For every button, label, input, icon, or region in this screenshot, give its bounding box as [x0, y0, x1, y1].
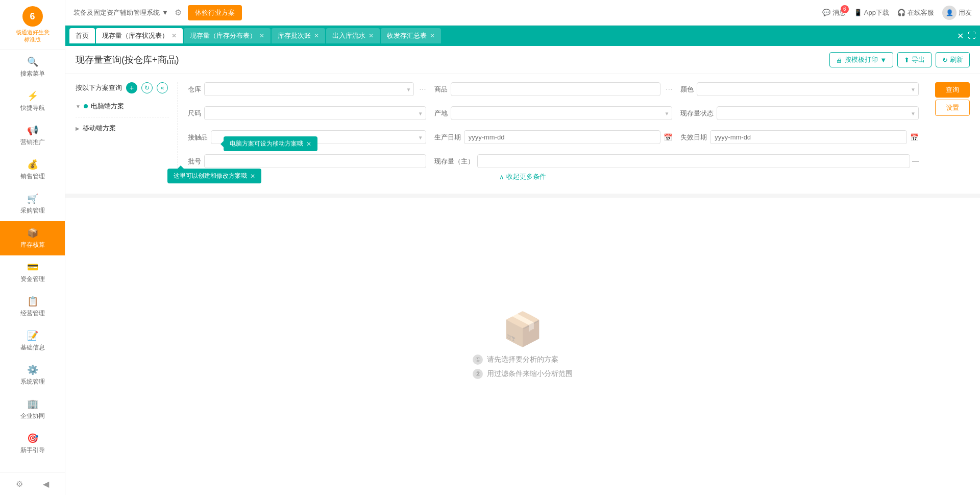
- chevron-right-icon: ▶: [76, 126, 80, 131]
- produce-date-label: 生产日期: [434, 133, 461, 142]
- warehouse-select[interactable]: [204, 82, 414, 96]
- close-all-tabs-btn[interactable]: ✕: [957, 31, 964, 41]
- refresh-btn[interactable]: ↻ 刷新: [936, 52, 970, 67]
- chevron-up-icon: ∧: [499, 173, 504, 181]
- tab-close-icon[interactable]: ✕: [259, 32, 264, 39]
- sidebar-item-basic[interactable]: 📝 基础信息: [0, 324, 65, 358]
- color-select[interactable]: [697, 82, 919, 96]
- chevron-down-icon: ▼: [880, 56, 887, 64]
- arrow-scheme-btn[interactable]: «: [157, 82, 168, 93]
- empty-state: 📦 ① 请先选择要分析的方案 ② 用过滤条件来缩小分析范围: [65, 198, 980, 495]
- inv-status-input-wrap: ▼: [717, 106, 919, 120]
- produce-date-input[interactable]: [464, 130, 661, 144]
- sidebar-item-guide[interactable]: 🎯 新手引导: [0, 427, 65, 461]
- message-action[interactable]: 💬 消息 6: [822, 8, 846, 17]
- sidebar-item-search[interactable]: 🔍 搜索菜单: [0, 50, 65, 84]
- sidebar-item-system[interactable]: ⚙️ 系统管理: [0, 358, 65, 392]
- tab-inout-flow[interactable]: 出入库流水 ✕: [326, 28, 380, 43]
- refresh-scheme-btn[interactable]: ↻: [141, 82, 153, 93]
- tooltip-pc-close[interactable]: ✕: [306, 140, 311, 148]
- filter-row-1: 仓库 ▼ ··· 商品: [188, 82, 970, 168]
- logo-text: 畅通道好生意 标准版: [16, 29, 50, 43]
- purchase-icon: 🛒: [27, 193, 38, 204]
- tab-close-icon[interactable]: ✕: [430, 32, 435, 39]
- settings-bottom-btn[interactable]: ⚙: [16, 479, 23, 489]
- sidebar-item-quicknav[interactable]: ⚡ 快捷导航: [0, 84, 65, 119]
- scheme-item-pc[interactable]: ▼ 电脑端方案: [76, 100, 169, 113]
- quicknav-icon: ⚡: [27, 90, 38, 102]
- add-scheme-btn[interactable]: +: [126, 82, 137, 93]
- inventory-min-input[interactable]: [477, 154, 910, 168]
- tab-inout-flow-label: 出入库流水: [332, 31, 365, 40]
- goods-input-wrap: [451, 82, 660, 96]
- size-select[interactable]: [204, 106, 426, 120]
- color-label: 颜色: [680, 85, 694, 94]
- template-print-btn[interactable]: 🖨 按模板打印 ▼: [829, 52, 893, 67]
- hint-num-1: ①: [473, 355, 483, 365]
- goods-input[interactable]: [451, 82, 660, 96]
- contact-label: 接触品: [188, 133, 208, 142]
- origin-select[interactable]: [451, 106, 673, 120]
- scheme-item-mobile[interactable]: ▶ 移动端方案: [76, 122, 169, 135]
- trial-button[interactable]: 体验行业方案: [188, 5, 242, 20]
- tab-inventory-dist-label: 现存量（库存分布表）: [190, 31, 256, 40]
- app-label: App下载: [864, 8, 889, 17]
- warehouse-dots[interactable]: ···: [419, 85, 426, 94]
- collapse-label: 收起更多条件: [506, 172, 546, 181]
- sidebar-bottom: ⚙ ◀: [0, 473, 65, 495]
- sidebar-item-inventory[interactable]: 📦 库存核算: [0, 221, 65, 255]
- tab-inventory-dist[interactable]: 现存量（库存分布表） ✕: [184, 28, 271, 43]
- collapse-sidebar-btn[interactable]: ◀: [43, 479, 49, 489]
- origin-filter: 产地 ▼: [434, 106, 673, 120]
- sidebar-item-label: 企业协同: [20, 412, 45, 420]
- batch-no-label: 批号: [188, 157, 201, 166]
- tab-inventory-status[interactable]: 现存量（库存状况表） ✕: [96, 28, 183, 43]
- chevron-down-icon: ▼: [418, 134, 423, 140]
- sidebar-item-operations[interactable]: 📋 经营管理: [0, 290, 65, 324]
- inv-status-select[interactable]: [717, 106, 919, 120]
- search-button[interactable]: 查询: [935, 82, 970, 98]
- system-selector[interactable]: 装备及固定资产辅助管理系统 ▼: [74, 8, 168, 17]
- sidebar-item-finance[interactable]: 💳 资金管理: [0, 255, 65, 290]
- sidebar-item-sales[interactable]: 💰 销售管理: [0, 153, 65, 187]
- headset-icon: 🎧: [897, 9, 905, 16]
- goods-dots[interactable]: ···: [666, 85, 672, 94]
- expire-date-label: 失效日期: [680, 133, 707, 142]
- chevron-down-icon: ▼: [911, 86, 916, 92]
- tab-batch-ledger[interactable]: 库存批次账 ✕: [272, 28, 325, 43]
- sidebar-item-label: 经营管理: [20, 309, 45, 318]
- batch-no-input[interactable]: [204, 154, 426, 168]
- calendar-icon[interactable]: 📅: [910, 133, 919, 142]
- empty-hint-1: ① 请先选择要分析的方案: [473, 355, 573, 365]
- top-header: 装备及固定资产辅助管理系统 ▼ ⚙ 体验行业方案 💬 消息 6 📱 App下载 …: [65, 0, 980, 26]
- page-actions: 🖨 按模板打印 ▼ ⬆ 导出 ↻ 刷新: [829, 52, 970, 67]
- user-avatar: 👤: [942, 6, 957, 20]
- tab-inventory-status-label: 现存量（库存状况表）: [102, 31, 168, 40]
- header-right: 💬 消息 6 📱 App下载 🎧 在线客服 👤 用友: [822, 6, 972, 20]
- size-label: 尺码: [188, 109, 201, 118]
- sidebar-item-label: 基础信息: [20, 343, 45, 352]
- chevron-down-icon: ▼: [162, 9, 168, 16]
- user-section[interactable]: 👤 用友: [942, 6, 972, 20]
- calendar-icon[interactable]: 📅: [664, 133, 672, 142]
- tab-close-icon[interactable]: ✕: [369, 32, 374, 39]
- sidebar-item-marketing[interactable]: 📢 营销推广: [0, 119, 65, 153]
- tab-close-icon[interactable]: ✕: [172, 32, 177, 39]
- export-btn[interactable]: ⬆ 导出: [897, 52, 932, 67]
- tab-close-icon[interactable]: ✕: [314, 32, 319, 39]
- tooltip-create-close[interactable]: ✕: [250, 173, 255, 180]
- export-icon: ⬆: [904, 56, 910, 64]
- header-settings-icon[interactable]: ⚙: [175, 8, 182, 17]
- sidebar-item-enterprise[interactable]: 🏢 企业协同: [0, 392, 65, 427]
- tab-receive-summary[interactable]: 收发存汇总表 ✕: [381, 28, 441, 43]
- tab-home[interactable]: 首页: [69, 28, 95, 43]
- expire-date-input[interactable]: [710, 130, 907, 144]
- main-content: 装备及固定资产辅助管理系统 ▼ ⚙ 体验行业方案 💬 消息 6 📱 App下载 …: [65, 0, 980, 495]
- support-action[interactable]: 🎧 在线客服: [897, 8, 934, 17]
- message-icon: 💬: [822, 9, 830, 16]
- tab-bar-actions: ✕ ⛶: [957, 31, 976, 41]
- set-button[interactable]: 设置: [935, 100, 970, 116]
- app-action[interactable]: 📱 App下载: [854, 8, 889, 17]
- fullscreen-btn[interactable]: ⛶: [968, 31, 976, 41]
- sidebar-item-purchase[interactable]: 🛒 采购管理: [0, 187, 65, 221]
